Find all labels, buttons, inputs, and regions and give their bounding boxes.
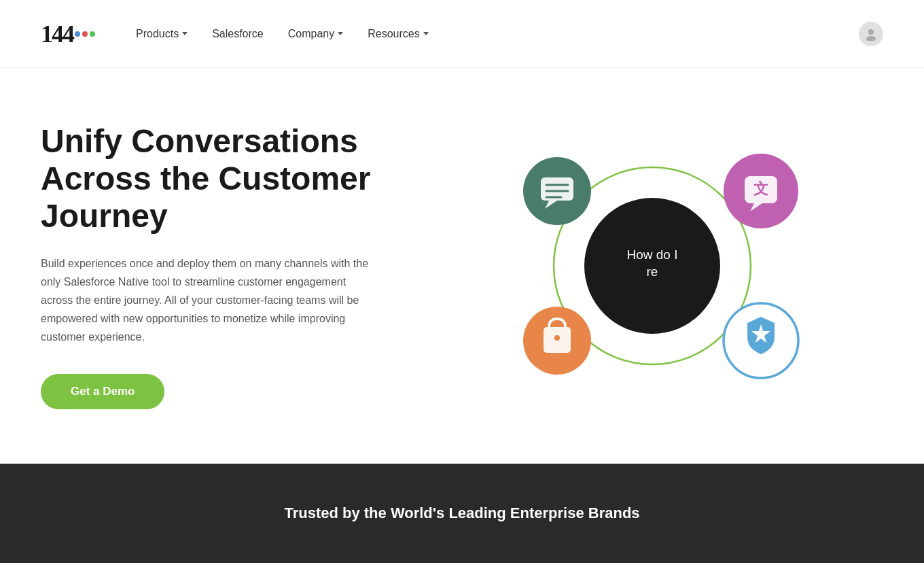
- hero-illustration-svg: How do I re 文: [448, 123, 856, 409]
- get-demo-button[interactable]: Get a Demo: [41, 374, 164, 409]
- hero-description: Build experiences once and deploy them o…: [41, 254, 380, 347]
- svg-text:How do I: How do I: [627, 247, 678, 262]
- nav-products[interactable]: Products: [136, 28, 188, 40]
- chevron-down-icon: [338, 32, 343, 35]
- chevron-down-icon: [182, 32, 188, 35]
- nav-resources[interactable]: Resources: [368, 28, 428, 40]
- logo-dot-red: [82, 31, 88, 37]
- svg-point-0: [868, 29, 874, 35]
- nav-company[interactable]: Company: [288, 28, 343, 40]
- chevron-down-icon: [423, 32, 429, 35]
- logo-dots: [75, 31, 95, 37]
- svg-text:文: 文: [753, 180, 768, 197]
- hero-content: Unify Conversations Across the Customer …: [41, 122, 421, 409]
- logo-dot-green: [90, 31, 95, 37]
- svg-text:re: re: [647, 264, 658, 279]
- trust-text: Trusted by the World's Leading Enterpris…: [284, 504, 639, 522]
- hero-title: Unify Conversations Across the Customer …: [41, 122, 421, 235]
- logo-dot-blue: [75, 31, 80, 37]
- svg-point-1: [866, 36, 876, 41]
- user-icon: [864, 27, 878, 41]
- footer-trust-band: Trusted by the World's Leading Enterpris…: [0, 464, 924, 563]
- nav-salesforce[interactable]: Salesforce: [212, 28, 264, 40]
- svg-point-21: [554, 335, 560, 341]
- hero-section: Unify Conversations Across the Customer …: [0, 68, 924, 464]
- logo[interactable]: 144: [41, 20, 95, 48]
- hero-illustration: How do I re 文: [421, 123, 883, 409]
- logo-text: 144: [41, 20, 73, 48]
- avatar[interactable]: [859, 22, 883, 46]
- navigation: Products Salesforce Company Resources: [136, 28, 883, 40]
- header: 144 Products Salesforce Company Resource…: [0, 0, 924, 68]
